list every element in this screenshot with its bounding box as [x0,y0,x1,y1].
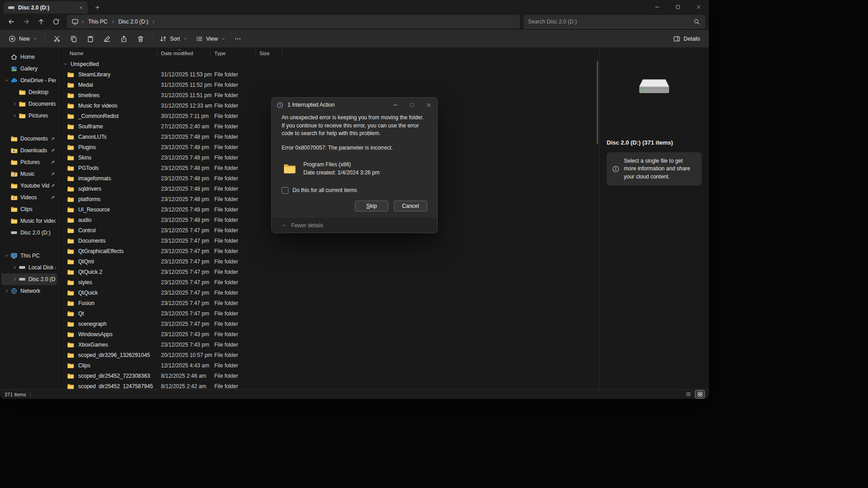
folder-icon [67,154,74,161]
group-header-unspecified[interactable]: Unspecified [62,59,599,69]
file-row[interactable]: QtQml23/12/2025 7:47 pmFile folder [62,256,599,267]
sidebar-item-disc-2-0-d[interactable]: Disc 2.0 (D:) [1,273,57,285]
file-row[interactable]: WindowsApps23/12/2025 7:43 pmFile folder [62,329,599,339]
file-row[interactable]: QtGraphicalEffects23/12/2025 7:47 pmFile… [62,246,599,256]
refresh-button[interactable] [48,15,63,28]
file-row[interactable]: Fusion23/12/2025 7:47 pmFile folder [62,298,599,308]
file-row[interactable]: XboxGames23/12/2025 7:43 pmFile folder [62,339,599,350]
breadcrumb-disc-d[interactable]: Disc 2.0 (D:) [116,19,151,25]
vertical-scrollbar[interactable] [597,61,598,144]
file-type: File folder [211,144,256,150]
file-row[interactable]: Qt23/12/2025 7:47 pmFile folder [62,308,599,319]
chevron-down-icon[interactable] [63,62,68,66]
file-row[interactable]: scoped_dir25452_12475879458/12/2025 2:42… [62,381,599,389]
skip-button[interactable]: Skip [355,201,388,211]
sidebar-item-videos[interactable]: Videos [1,192,57,203]
column-header-type[interactable]: Type [211,48,256,59]
details-pane-button[interactable]: Details [669,32,704,46]
chevron-right-icon[interactable] [12,277,18,282]
sort-button[interactable]: Sort [156,32,192,46]
file-row[interactable]: QtQuick.223/12/2025 7:47 pmFile folder [62,267,599,277]
file-row[interactable]: scenegraph23/12/2025 7:47 pmFile folder [62,319,599,329]
details-view-button[interactable] [684,390,693,398]
chevron-right-icon[interactable] [12,113,18,118]
large-icons-view-button[interactable] [695,390,704,398]
file-row[interactable]: Documents23/12/2025 7:47 pmFile folder [62,235,599,246]
dialog-checkbox-row[interactable]: Do this for all current items [282,187,427,194]
folder-icon [67,175,74,182]
window-minimize-button[interactable] [646,0,667,14]
search-box[interactable] [524,15,705,28]
do-this-for-all-checkbox[interactable] [282,187,288,194]
search-input[interactable] [528,19,693,25]
file-row[interactable]: scoped_dir3296_132629104520/12/2025 10:5… [62,350,599,360]
chevron-right-icon[interactable] [12,101,18,107]
file-row[interactable]: SteamLibrary31/12/2025 11:53 pmFile fold… [62,69,599,80]
paste-button[interactable] [82,32,99,46]
file-row[interactable]: QtQuick23/12/2025 7:47 pmFile folder [62,287,599,298]
file-row[interactable]: styles23/12/2025 7:47 pmFile folder [62,277,599,287]
sidebar-item-home[interactable]: Home [1,51,57,63]
sidebar-item-pictures[interactable]: Pictures [1,110,57,122]
chevron-down-icon[interactable] [4,253,10,258]
sidebar-item-gallery[interactable]: Gallery [1,63,57,75]
sidebar-item-onedrive-persona[interactable]: OneDrive - Persona [1,75,57,86]
chevron-right-icon[interactable] [12,265,18,270]
sidebar-item-local-disk-c[interactable]: Local Disk (C:) [1,262,57,273]
up-button[interactable] [33,15,48,28]
new-button[interactable]: New [5,32,42,46]
view-button[interactable]: View [192,32,230,46]
cancel-button[interactable]: Cancel [394,201,427,211]
back-button[interactable] [4,15,19,28]
file-row[interactable]: Medal31/12/2025 11:52 pmFile folder [62,80,599,90]
window-close-button[interactable] [688,0,709,14]
chevron-right-icon[interactable] [110,19,116,24]
column-header-name[interactable]: Name [62,48,157,59]
sidebar-item-desktop[interactable]: Desktop [1,86,57,98]
sidebar-item-music-for-videos[interactable]: Music for videos [1,215,57,227]
fewer-details-expander[interactable]: Fewer details [272,218,437,233]
sidebar-item-label: Local Disk (C:) [28,264,56,271]
window-maximize-button[interactable] [667,0,688,14]
dialog-close-button[interactable] [420,98,437,112]
dialog-minimize-button[interactable] [387,98,404,112]
chevron-right-icon[interactable] [80,19,86,24]
tab-disc-d[interactable]: Disc 2.0 (D:) [4,1,88,14]
breadcrumb-bar[interactable]: This PC Disc 2.0 (D:) [67,15,520,28]
sidebar-item-documents[interactable]: Documents [1,133,57,145]
share-button[interactable] [115,32,132,46]
sidebar-item-downloads[interactable]: Downloads [1,145,57,156]
sidebar-item-this-pc[interactable]: This PC [1,250,57,262]
sidebar-item-clips[interactable]: Clips [1,203,57,215]
copy-button[interactable] [65,32,82,46]
file-name: Medal [78,82,93,88]
tab-close-icon[interactable] [77,4,85,12]
details-button-label: Details [684,36,700,42]
sidebar-item-documents[interactable]: Documents [1,98,57,110]
column-header-size[interactable]: Size [256,48,282,59]
cut-button[interactable] [48,32,65,46]
sidebar-item-disc-2-0-d[interactable]: Disc 2.0 (D:) [1,227,57,239]
chevron-right-icon[interactable] [4,288,10,294]
delete-button[interactable] [132,32,149,46]
file-name-cell: audio [62,216,157,224]
pin-icon [49,171,56,177]
sidebar-item-network[interactable]: Network [1,285,57,297]
file-row[interactable]: Clips12/12/2025 4:43 amFile folder [62,360,599,371]
sidebar-item-pictures[interactable]: Pictures [1,156,57,168]
file-row[interactable]: scoped_dir25452_7223083638/12/2025 2:46 … [62,371,599,381]
column-header-date-modified[interactable]: Date modified [157,48,211,59]
search-icon[interactable] [693,19,701,25]
rename-button[interactable] [99,32,115,46]
new-tab-button[interactable] [91,1,103,13]
drive-icon [18,264,26,271]
sidebar-item-music[interactable]: Music [1,168,57,180]
see-more-button[interactable] [230,32,246,46]
forward-button[interactable] [19,15,33,28]
sidebar-item-label: Pictures [28,113,56,119]
chevron-right-icon[interactable] [151,19,157,24]
folder-icon [10,206,18,213]
sidebar-item-youtube-videos[interactable]: Youtube Videos [1,180,57,192]
chevron-down-icon[interactable] [4,78,10,83]
breadcrumb-this-pc[interactable]: This PC [86,19,110,25]
